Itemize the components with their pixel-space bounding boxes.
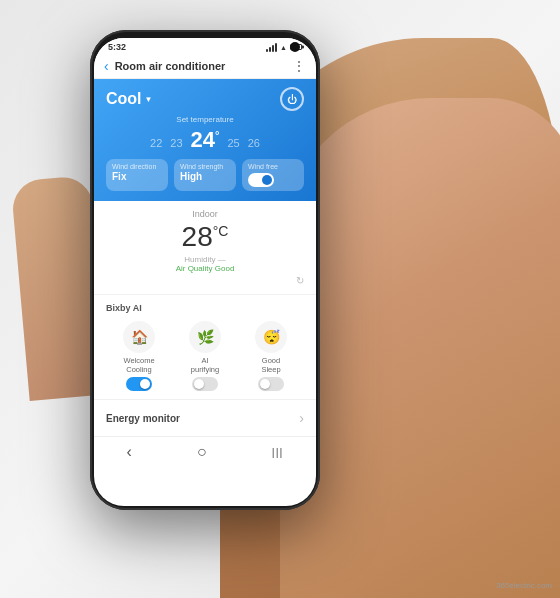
signal-icon bbox=[266, 43, 277, 52]
camera-cutout bbox=[290, 42, 300, 52]
welcome-cooling-icon: 🏠 bbox=[123, 321, 155, 353]
scene: 5:32 ▲ ‹ Room air conditi bbox=[0, 0, 560, 598]
wind-strength-card: Wind strength High bbox=[174, 159, 236, 191]
mode-dropdown-arrow: ▼ bbox=[145, 95, 153, 104]
set-temperature-label: Set temperature bbox=[106, 115, 304, 124]
temp-degree: ° bbox=[215, 129, 219, 141]
bixby-mode-purifying: 🌿 AIpurifying bbox=[189, 321, 221, 391]
refresh-icon[interactable]: ↻ bbox=[106, 275, 304, 286]
back-button[interactable]: ‹ bbox=[104, 58, 109, 74]
air-quality: Air Quality Good bbox=[106, 264, 304, 273]
energy-arrow: › bbox=[299, 410, 304, 426]
mode-row: Cool ▼ ⏻ bbox=[106, 87, 304, 111]
indoor-section: Indoor 28°C Humidity — Air Quality Good … bbox=[94, 201, 316, 295]
indoor-temperature: 28°C bbox=[106, 221, 304, 253]
humidity-text: Humidity — bbox=[106, 255, 304, 264]
app-title: Room air conditioner bbox=[115, 60, 292, 72]
wind-direction-value: Fix bbox=[112, 171, 162, 182]
wind-direction-label: Wind direction bbox=[112, 163, 162, 170]
nav-back-button[interactable]: ‹ bbox=[127, 443, 132, 461]
temp-26[interactable]: 26 bbox=[248, 137, 260, 149]
phone-screen: 5:32 ▲ ‹ Room air conditi bbox=[94, 38, 316, 506]
bixby-section: Bixby AI 🏠 WelcomeCooling 🌿 AIpurifying bbox=[94, 295, 316, 400]
welcome-toggle-knob bbox=[140, 379, 150, 389]
nav-bar: ‹ ○ ||| bbox=[94, 436, 316, 465]
wifi-icon: ▲ bbox=[280, 44, 287, 51]
air-quality-value: Good bbox=[215, 264, 235, 273]
wind-free-toggle[interactable] bbox=[248, 173, 274, 187]
good-sleep-icon: 😴 bbox=[255, 321, 287, 353]
bixby-modes: 🏠 WelcomeCooling 🌿 AIpurifying bbox=[106, 321, 304, 391]
temp-25[interactable]: 25 bbox=[227, 137, 239, 149]
power-button[interactable]: ⏻ bbox=[280, 87, 304, 111]
ai-purifying-icon: 🌿 bbox=[189, 321, 221, 353]
welcome-cooling-toggle[interactable] bbox=[126, 377, 152, 391]
ai-purifying-label: AIpurifying bbox=[191, 356, 219, 374]
bixby-title: Bixby AI bbox=[106, 303, 304, 313]
temperature-row: 22 23 24° 25 26 bbox=[106, 127, 304, 153]
hand-palm bbox=[280, 98, 560, 598]
bixby-mode-welcome: 🏠 WelcomeCooling bbox=[123, 321, 155, 391]
wind-strength-value: High bbox=[180, 171, 230, 182]
temp-22[interactable]: 22 bbox=[150, 137, 162, 149]
indoor-temp-value: 28 bbox=[182, 221, 213, 252]
nav-recent-button[interactable]: ||| bbox=[272, 446, 284, 458]
wind-free-card: Wind free bbox=[242, 159, 304, 191]
energy-label: Energy monitor bbox=[106, 413, 180, 424]
mode-text: Cool bbox=[106, 90, 142, 108]
status-bar: 5:32 ▲ bbox=[94, 38, 316, 54]
sleep-toggle-knob bbox=[260, 379, 270, 389]
good-sleep-toggle[interactable] bbox=[258, 377, 284, 391]
controls-row: Wind direction Fix Wind strength High Wi… bbox=[106, 159, 304, 191]
wind-free-label: Wind free bbox=[248, 163, 278, 170]
app-header: ‹ Room air conditioner ⋮ bbox=[94, 54, 316, 79]
more-button[interactable]: ⋮ bbox=[292, 58, 306, 74]
good-sleep-label: GoodSleep bbox=[261, 356, 280, 374]
purifying-toggle-knob bbox=[194, 379, 204, 389]
ai-purifying-toggle[interactable] bbox=[192, 377, 218, 391]
energy-section[interactable]: Energy monitor › bbox=[94, 400, 316, 436]
status-time: 5:32 bbox=[108, 42, 126, 52]
wind-direction-card: Wind direction Fix bbox=[106, 159, 168, 191]
bixby-mode-sleep: 😴 GoodSleep bbox=[255, 321, 287, 391]
temp-23[interactable]: 23 bbox=[170, 137, 182, 149]
ac-panel: Cool ▼ ⏻ Set temperature 22 23 24° 25 26… bbox=[94, 79, 316, 201]
welcome-cooling-label: WelcomeCooling bbox=[123, 356, 154, 374]
wind-strength-label: Wind strength bbox=[180, 163, 230, 170]
phone: 5:32 ▲ ‹ Room air conditi bbox=[90, 30, 320, 510]
air-quality-label: Air Quality bbox=[176, 264, 213, 273]
temp-24-active[interactable]: 24° bbox=[191, 127, 220, 153]
watermark: 365electric.com bbox=[496, 581, 552, 590]
toggle-knob bbox=[262, 175, 272, 185]
indoor-label: Indoor bbox=[106, 209, 304, 219]
nav-home-button[interactable]: ○ bbox=[197, 443, 207, 461]
indoor-temp-degree: °C bbox=[213, 223, 229, 239]
mode-selector[interactable]: Cool ▼ bbox=[106, 90, 152, 108]
